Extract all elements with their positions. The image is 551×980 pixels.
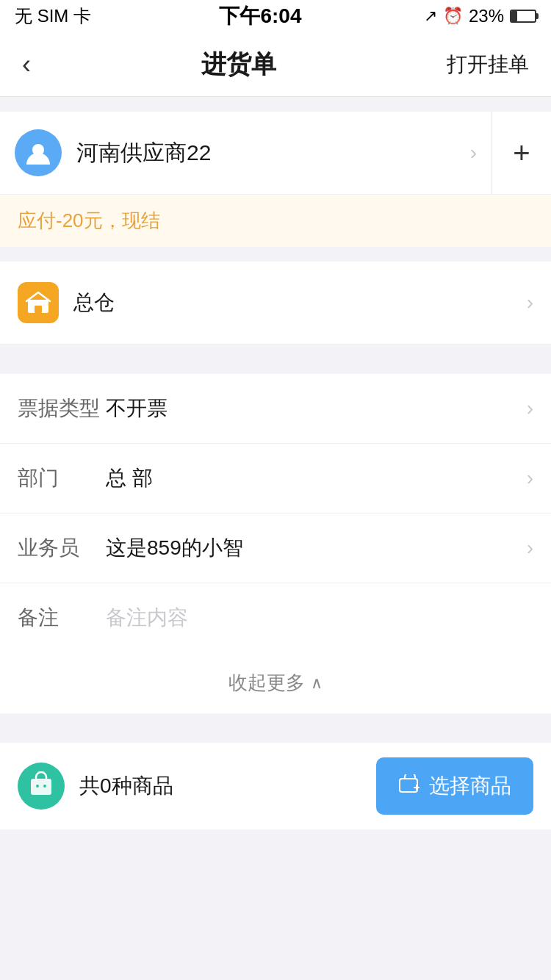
select-product-label: 选择商品 [429,772,511,800]
cart-icon [398,774,422,798]
page-background [0,829,551,980]
salesperson-value: 这是859的小智 [106,534,519,562]
status-left: 无 SIM 卡 [15,4,97,28]
status-time: 下午6:04 [219,2,301,30]
svg-point-5 [43,785,46,788]
remark-row[interactable]: 备注 备注内容 [0,583,551,652]
carrier-label: 无 SIM 卡 [15,4,91,28]
warehouse-chevron-icon: › [527,291,533,314]
product-icon-bg [18,763,65,810]
warehouse-icon-bg [18,282,59,323]
supplier-section: 河南供应商22 › + [0,112,551,194]
add-supplier-button[interactable]: + [492,112,551,194]
salesperson-label: 业务员 [18,534,106,562]
form-section: 票据类型 不开票 › 部门 总 部 › 业务员 这是859的小智 › 备注 备注… [0,374,551,652]
warehouse-name: 总仓 [73,289,519,317]
notice-text: 应付-20元，现结 [18,209,160,231]
svg-rect-6 [400,779,417,792]
section-gap-3 [0,345,551,359]
alarm-icon: ⏰ [443,7,463,26]
department-label: 部门 [18,464,106,492]
section-gap-2 [0,247,551,262]
supplier-avatar [15,129,62,176]
bottom-section: 共0种商品 选择商品 [0,743,551,829]
warehouse-row[interactable]: 总仓 › [0,262,551,345]
salesperson-chevron-icon: › [527,536,533,560]
status-bar: 无 SIM 卡 下午6:04 ↗ ⏰ 23% [0,0,551,32]
select-product-button[interactable]: 选择商品 [376,757,533,815]
section-gap-4 [0,713,551,728]
invoice-type-chevron-icon: › [527,397,533,420]
status-right: ↗ ⏰ 23% [424,6,536,26]
department-row[interactable]: 部门 总 部 › [0,444,551,514]
open-pending-button[interactable]: 打开挂单 [447,51,529,79]
supplier-selector[interactable]: 河南供应商22 › [0,112,492,194]
svg-point-4 [36,785,39,788]
supplier-chevron-icon: › [470,141,477,165]
remark-input[interactable]: 备注内容 [106,604,533,632]
add-icon: + [513,137,530,170]
collapse-label: 收起更多 [228,670,305,696]
battery-icon [510,10,536,23]
department-chevron-icon: › [527,466,533,490]
svg-rect-3 [31,779,51,795]
battery-label: 23% [469,6,504,26]
svg-rect-2 [35,306,42,313]
invoice-type-row[interactable]: 票据类型 不开票 › [0,374,551,444]
department-value: 总 部 [106,464,519,492]
supplier-name: 河南供应商22 [76,138,463,168]
salesperson-row[interactable]: 业务员 这是859的小智 › [0,514,551,583]
notice-row: 应付-20元，现结 [0,194,551,247]
invoice-type-value: 不开票 [106,394,519,422]
section-gap-1 [0,97,551,112]
location-icon: ↗ [424,7,437,26]
collapse-button[interactable]: 收起更多 ∧ [0,652,551,713]
nav-bar: ‹ 进货单 打开挂单 [0,32,551,97]
invoice-type-label: 票据类型 [18,394,106,422]
back-button[interactable]: ‹ [22,49,31,80]
collapse-icon: ∧ [311,674,323,693]
remark-label: 备注 [18,604,106,632]
product-count: 共0种商品 [79,772,361,800]
page-title: 进货单 [201,48,276,82]
